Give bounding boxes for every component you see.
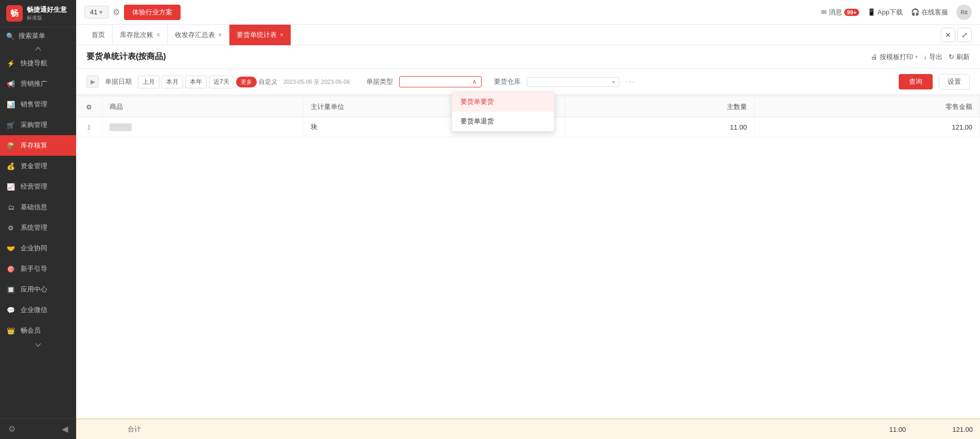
scroll-up-btn[interactable]: [0, 45, 76, 53]
topbar-left: 41 ▾ ⚙ 体验行业方案: [84, 5, 815, 20]
sidebar-item-sales[interactable]: 📊 销售管理: [0, 94, 76, 115]
avatar[interactable]: Rit: [956, 5, 972, 20]
sidebar-logo: 畅 畅捷通好生意 标准版: [0, 0, 76, 27]
table-area: ⚙ 商品 主计量单位 主数量 零售金额 1 块: [76, 97, 980, 418]
tabs-bar: 首页 库存批次账 × 收发存汇总表 × 要货单统计表 × ✕ ⤢: [76, 25, 980, 45]
sidebar: 畅 畅捷通好生意 标准版 🔍 搜索菜单 ⚡ 快捷导航 📢 营销推广 📊 销售管理…: [0, 0, 76, 439]
sidebar-item-vip[interactable]: 👑 畅会员: [0, 320, 76, 341]
sidebar-item-apps[interactable]: 🔲 应用中心: [0, 279, 76, 300]
product-name-blurred: [110, 123, 132, 131]
cell-amount: 121.00: [754, 117, 979, 137]
tab-batch-account-close[interactable]: ×: [156, 31, 160, 39]
app-download-action[interactable]: 📱 App下载: [867, 8, 903, 17]
warehouse-select-arrow: ▾: [612, 79, 615, 85]
export-label: 导出: [929, 52, 942, 62]
cell-qty: 11.00: [565, 117, 754, 137]
warehouse-filter-label: 要货仓库: [494, 77, 521, 86]
print-icon: 🖨: [871, 53, 878, 61]
filter-bar: ▶ 单据日期 上月 本月 本年 近7天 更多 自定义 2023-05-06 至 …: [76, 69, 980, 95]
page-header: 要货单统计表(按商品) 🖨 按模板打印 ▾ ↓ 导出 ↻ 刷新: [76, 45, 980, 69]
print-btn[interactable]: 🖨 按模板打印 ▾: [871, 52, 918, 62]
page-actions: 🖨 按模板打印 ▾ ↓ 导出 ↻ 刷新: [871, 52, 970, 62]
message-action[interactable]: ✉ 消息 99+: [821, 8, 859, 17]
filter-expand-btn[interactable]: ▶: [86, 76, 99, 88]
tab-order-summary[interactable]: 要货单统计表 ×: [229, 25, 291, 45]
guide-icon: 🎯: [6, 264, 15, 273]
sidebar-item-operations[interactable]: 📈 经营管理: [0, 176, 76, 197]
search-label: 搜索菜单: [19, 31, 45, 41]
warehouse-select[interactable]: ▾: [527, 77, 619, 87]
tab-batch-account[interactable]: 库存批次账 ×: [113, 25, 168, 45]
search-icon: 🔍: [6, 32, 14, 40]
sidebar-item-marketing[interactable]: 📢 营销推广: [0, 74, 76, 94]
cell-product: [102, 117, 303, 137]
tab-expand-btn[interactable]: ⤢: [957, 28, 972, 42]
type-select[interactable]: ∧: [399, 76, 482, 87]
expand-icon: ▶: [91, 78, 95, 85]
branch-text: 41: [90, 8, 97, 16]
page-title: 要货单统计表(按商品): [86, 51, 166, 62]
tabs-controls: ✕ ⤢: [941, 28, 972, 42]
apps-icon: 🔲: [6, 285, 15, 294]
sidebar-item-cooperation[interactable]: 🤝 企业协同: [0, 238, 76, 259]
dropdown-item-order-return[interactable]: 要货单退货: [452, 112, 554, 131]
tab-batch-account-label: 库存批次账: [120, 30, 153, 40]
topbar-settings-icon[interactable]: ⚙: [113, 7, 120, 17]
marketing-icon: 📢: [6, 79, 15, 88]
sidebar-item-guide[interactable]: 🎯 新手引导: [0, 259, 76, 279]
refresh-label: 刷新: [956, 52, 970, 62]
set-button[interactable]: 设置: [939, 74, 970, 89]
topbar: 41 ▾ ⚙ 体验行业方案 ✉ 消息 99+ 📱 App下载 🎧 在线客服 Ri…: [76, 0, 980, 25]
branch-selector[interactable]: 41 ▾: [84, 6, 109, 19]
dropdown-item-order-goods[interactable]: 要货单要货: [452, 92, 554, 112]
date-btn-last-7-days[interactable]: 近7天: [209, 76, 234, 88]
sidebar-item-finance[interactable]: 💰 资金管理: [0, 156, 76, 176]
tab-close-all-btn[interactable]: ✕: [941, 28, 955, 42]
avatar-text: Rit: [960, 9, 967, 15]
topbar-right: ✉ 消息 99+ 📱 App下载 🎧 在线客服 Rit: [821, 5, 972, 20]
sidebar-item-wechat[interactable]: 💬 企业微信: [0, 300, 76, 320]
refresh-btn[interactable]: ↻ 刷新: [949, 52, 970, 62]
tab-home-label: 首页: [92, 30, 105, 40]
message-label: 消息: [829, 8, 842, 17]
sidebar-collapse-icon[interactable]: ◀: [62, 424, 68, 434]
date-btn-this-year[interactable]: 本年: [185, 76, 207, 88]
logo-text: 畅捷通好生意 标准版: [27, 6, 67, 21]
query-button[interactable]: 查询: [899, 74, 933, 89]
date-btn-this-month[interactable]: 本月: [162, 76, 183, 88]
sidebar-item-inventory[interactable]: 📦 库存核算: [0, 135, 76, 156]
tab-home[interactable]: 首页: [84, 25, 113, 45]
sidebar-settings-icon[interactable]: ⚙: [8, 424, 15, 434]
online-service-action[interactable]: 🎧 在线客服: [911, 8, 948, 17]
sidebar-item-base[interactable]: 🗂 基础信息: [0, 197, 76, 217]
sidebar-footer: ⚙ ◀: [0, 418, 76, 439]
date-btn-more[interactable]: 更多: [236, 77, 257, 87]
operations-icon: 📈: [6, 182, 15, 191]
sidebar-item-label: 系统管理: [21, 223, 47, 232]
sidebar-item-quick-nav[interactable]: ⚡ 快捷导航: [0, 53, 76, 74]
tab-order-summary-close[interactable]: ×: [280, 31, 283, 39]
tab-receivable-summary-label: 收发存汇总表: [175, 30, 215, 40]
sidebar-item-label: 新手引导: [21, 264, 47, 273]
col-settings[interactable]: ⚙: [76, 97, 102, 117]
tab-order-summary-label: 要货单统计表: [237, 30, 277, 40]
purchase-icon: 🛒: [6, 120, 15, 130]
trial-button[interactable]: 体验行业方案: [124, 5, 181, 20]
sidebar-item-label: 畅会员: [21, 326, 41, 335]
app-download-icon: 📱: [867, 8, 876, 16]
sidebar-item-purchase[interactable]: 🛒 采购管理: [0, 115, 76, 135]
filter-more-btn[interactable]: ···: [626, 77, 635, 86]
date-btn-last-month[interactable]: 上月: [138, 76, 159, 88]
scroll-down-btn[interactable]: [0, 341, 76, 349]
sidebar-item-system[interactable]: ⚙ 系统管理: [0, 217, 76, 238]
export-btn[interactable]: ↓ 导出: [924, 52, 943, 62]
sidebar-search[interactable]: 🔍 搜索菜单: [0, 27, 76, 45]
content: 要货单统计表(按商品) 🖨 按模板打印 ▾ ↓ 导出 ↻ 刷新: [76, 45, 980, 439]
sidebar-item-label: 基础信息: [21, 203, 47, 212]
tab-receivable-summary[interactable]: 收发存汇总表 ×: [168, 25, 229, 45]
tab-receivable-summary-close[interactable]: ×: [218, 31, 222, 39]
sidebar-nav: ⚡ 快捷导航 📢 营销推广 📊 销售管理 🛒 采购管理 📦 库存核算 💰 资金管…: [0, 45, 76, 418]
sidebar-item-label: 快捷导航: [21, 59, 47, 68]
date-custom-btn[interactable]: 自定义: [259, 78, 277, 86]
print-label: 按模板打印: [880, 52, 913, 62]
